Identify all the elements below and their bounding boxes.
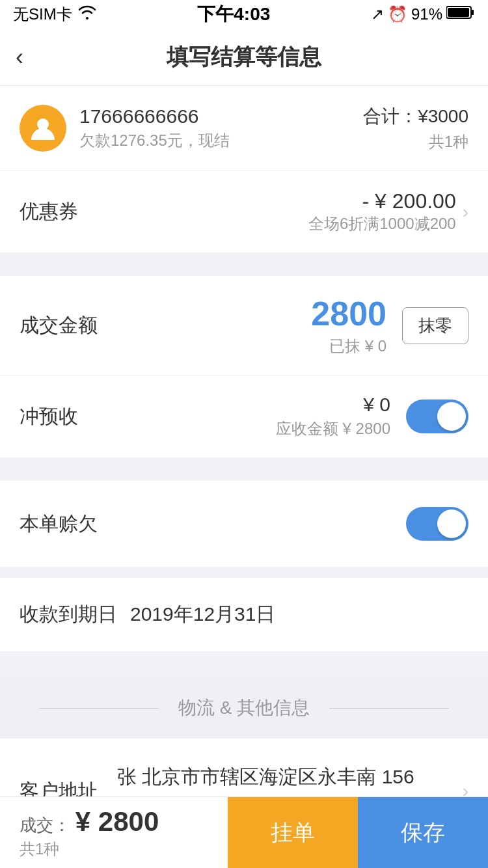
svg-rect-1 — [471, 10, 474, 15]
customer-left: 17666666666 欠款1276.35元，现结 — [20, 105, 230, 152]
bottom-deal-label: 成交： — [20, 815, 70, 835]
nav-bar: ‹ 填写结算等信息 — [0, 29, 488, 86]
wifi-icon — [77, 5, 97, 23]
bottom-price: ¥ 2800 — [75, 806, 159, 837]
divider-line-left — [39, 708, 159, 709]
customer-sub: 欠款1276.35元，现结 — [79, 130, 230, 151]
status-left: 无SIM卡 — [13, 4, 97, 25]
location-icon: ↗ — [371, 5, 384, 23]
debt-row: 本单赊欠 — [0, 481, 488, 567]
page-title: 填写结算等信息 — [167, 42, 321, 72]
amount-sub: 已抹 ¥ 0 — [311, 336, 386, 357]
prepay-label: 冲预收 — [20, 403, 78, 430]
coupon-sub: 全场6折满1000减200 — [308, 213, 456, 234]
prepay-toggle[interactable] — [406, 400, 468, 433]
round-button[interactable]: 抹零 — [402, 307, 468, 344]
coupon-chevron-icon: › — [463, 202, 468, 223]
bottom-summary: 成交： ¥ 2800 共1种 — [0, 806, 228, 860]
total-label: 合计：¥3000 — [363, 104, 468, 129]
status-time: 下午4:03 — [197, 2, 270, 27]
total-count: 共1种 — [363, 131, 468, 152]
amount-number: 2800 — [311, 294, 386, 333]
debt-label: 本单赊欠 — [20, 511, 98, 537]
due-value: 2019年12月31日 — [130, 601, 275, 628]
coupon-label: 优惠券 — [20, 198, 78, 225]
amount-label: 成交金额 — [20, 312, 98, 339]
customer-row: 17666666666 欠款1276.35元，现结 合计：¥3000 共1种 — [0, 86, 488, 170]
prepay-row: 冲预收 ¥ 0 应收金额 ¥ 2800 — [0, 375, 488, 457]
save-button[interactable]: 保存 — [358, 797, 488, 869]
back-button[interactable]: ‹ — [16, 44, 23, 71]
content: 17666666666 欠款1276.35元，现结 合计：¥3000 共1种 优… — [0, 86, 488, 868]
amount-value-wrap: 2800 已抹 ¥ 0 — [311, 294, 386, 357]
sim-status: 无SIM卡 — [13, 4, 72, 25]
divider-1 — [0, 263, 488, 276]
due-row: 收款到期日 2019年12月31日 — [0, 578, 488, 651]
coupon-discount: - ¥ 200.00 — [308, 189, 456, 213]
coupon-right: - ¥ 200.00 全场6折满1000减200 › — [308, 189, 468, 234]
battery-text: 91% — [411, 5, 442, 23]
prepay-right: ¥ 0 应收金额 ¥ 2800 — [276, 394, 468, 439]
customer-total: 合计：¥3000 共1种 — [363, 104, 468, 152]
coupon-value: - ¥ 200.00 全场6折满1000减200 — [308, 189, 456, 234]
amount-row: 成交金额 2800 已抹 ¥ 0 抹零 — [0, 276, 488, 375]
logistics-label: 物流 & 其他信息 — [159, 696, 329, 720]
prepay-sub: 应收金额 ¥ 2800 — [276, 418, 390, 439]
avatar — [20, 105, 66, 152]
amount-right: 2800 已抹 ¥ 0 抹零 — [311, 294, 468, 357]
alarm-icon: ⏰ — [388, 5, 407, 23]
divider-2 — [0, 468, 488, 481]
status-right: ↗ ⏰ 91% — [371, 5, 475, 23]
amount-section: 成交金额 2800 已抹 ¥ 0 抹零 冲预收 ¥ 0 应收金额 ¥ 2800 — [0, 276, 488, 457]
customer-section: 17666666666 欠款1276.35元，现结 合计：¥3000 共1种 优… — [0, 86, 488, 252]
logistics-divider: 物流 & 其他信息 — [0, 677, 488, 739]
prepay-value-wrap: ¥ 0 应收金额 ¥ 2800 — [276, 394, 390, 439]
due-label: 收款到期日 — [20, 601, 117, 628]
hang-button[interactable]: 挂单 — [228, 797, 358, 869]
customer-info: 17666666666 欠款1276.35元，现结 — [79, 105, 230, 151]
prepay-amount: ¥ 0 — [276, 394, 390, 416]
divider-4 — [0, 664, 488, 677]
status-bar: 无SIM卡 下午4:03 ↗ ⏰ 91% — [0, 0, 488, 29]
debt-toggle[interactable] — [406, 507, 468, 541]
bottom-deal-row: 成交： ¥ 2800 — [20, 806, 208, 837]
bottom-bar: 成交： ¥ 2800 共1种 挂单 保存 — [0, 796, 488, 868]
customer-phone: 17666666666 — [79, 105, 230, 128]
battery-icon — [446, 5, 475, 23]
divider-line-right — [329, 708, 449, 709]
coupon-row[interactable]: 优惠券 - ¥ 200.00 全场6折满1000减200 › — [0, 170, 488, 252]
svg-rect-2 — [448, 8, 469, 17]
bottom-count: 共1种 — [20, 839, 208, 860]
